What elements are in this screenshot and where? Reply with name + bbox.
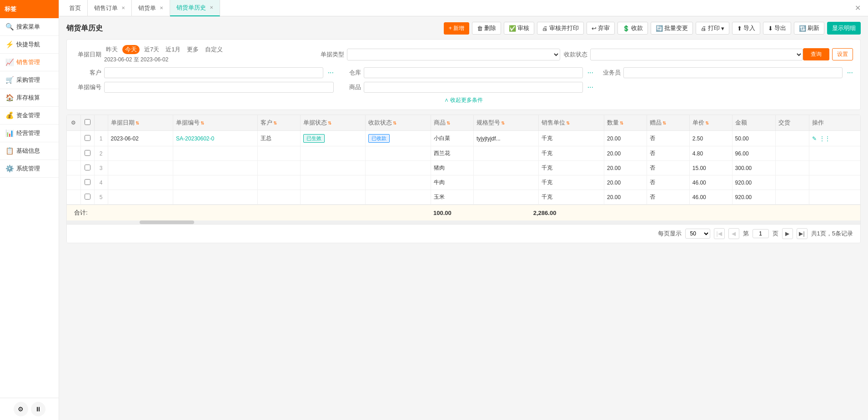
- tab-home[interactable]: 首页: [63, 0, 88, 16]
- tab-sales-order[interactable]: 销售订单 ✕: [88, 0, 132, 16]
- date-yesterday-btn[interactable]: 昨天: [104, 45, 120, 54]
- customer-dots[interactable]: ···: [328, 69, 334, 77]
- th-spec[interactable]: 规格型号⇅: [473, 115, 539, 131]
- row-check-4[interactable]: [85, 194, 90, 200]
- salesperson-dots[interactable]: ···: [847, 69, 853, 77]
- row-actions-2: [809, 161, 860, 175]
- print-button[interactable]: 🖨 打印 ▾: [696, 22, 729, 35]
- sidebar-item-basic-info[interactable]: 📋 基础信息: [0, 142, 59, 160]
- per-page-select[interactable]: 50 100 200: [685, 229, 710, 239]
- query-button[interactable]: 查询: [803, 48, 829, 60]
- warehouse-dots[interactable]: ···: [587, 69, 593, 77]
- row-trade-0: [775, 131, 809, 146]
- tab-close-sales-order[interactable]: ✕: [121, 5, 125, 10]
- horizontal-scrollbar[interactable]: [67, 220, 860, 224]
- tab-bar-close-all[interactable]: ✕: [851, 4, 864, 12]
- page-number-input[interactable]: [753, 229, 769, 238]
- date-range-display: 2023-06-02 至 2023-06-02: [104, 56, 225, 64]
- tab-close-sales-history[interactable]: ✕: [210, 5, 213, 10]
- date-7days-btn[interactable]: 近7天: [142, 45, 161, 54]
- export-button[interactable]: ⬇ 导出: [763, 22, 791, 35]
- th-gear[interactable]: ⚙: [67, 115, 80, 131]
- row-doc-no-4[interactable]: [173, 190, 258, 205]
- row-checkbox-4[interactable]: [80, 190, 94, 205]
- sidebar-settings-button[interactable]: ⚙: [14, 402, 28, 416]
- th-gift[interactable]: 赠品⇅: [647, 115, 689, 131]
- filter-row-1: 单据日期 昨天 今天 近7天 近1月 更多 自定义 2023-06-02 至 2…: [74, 45, 853, 64]
- date-custom-btn[interactable]: 自定义: [203, 45, 225, 54]
- sidebar-item-quick-nav[interactable]: ⚡ 快捷导航: [0, 36, 59, 54]
- sidebar-item-finance-mgmt[interactable]: 💰 资金管理: [0, 107, 59, 125]
- row-checkbox-0[interactable]: [80, 131, 94, 146]
- sidebar-item-ops-mgmt[interactable]: 📊 经营管理: [0, 125, 59, 142]
- th-payment-status[interactable]: 收款状态⇅: [366, 115, 431, 131]
- sidebar-item-inventory-calc[interactable]: 🏠 库存核算: [0, 89, 59, 107]
- th-unit-price[interactable]: 单价⇅: [689, 115, 732, 131]
- show-detail-button[interactable]: 显示明细: [827, 22, 861, 35]
- tab-sales-history[interactable]: 销货单历史 ✕: [170, 0, 220, 16]
- row-doc-no-0[interactable]: SA-20230602-0: [173, 131, 258, 146]
- row-checkbox-2[interactable]: [80, 161, 94, 175]
- goods-input[interactable]: [364, 82, 583, 93]
- last-page-btn[interactable]: ▶|: [797, 228, 808, 239]
- sidebar-item-sales-mgmt[interactable]: 📈 销售管理: [0, 54, 59, 71]
- select-all-checkbox[interactable]: [85, 119, 90, 125]
- collect-button[interactable]: 💲 收款: [617, 22, 648, 35]
- tab-sales-delivery[interactable]: 销货单 ✕: [132, 0, 170, 16]
- row-qty-2: 20.00: [604, 161, 647, 175]
- th-doc-date[interactable]: 单据日期⇅: [108, 115, 173, 131]
- payment-status-select[interactable]: [590, 49, 803, 60]
- sidebar-collapse-button[interactable]: ⏸: [31, 402, 45, 416]
- date-1month-btn[interactable]: 近1月: [164, 45, 182, 54]
- doc-number-input[interactable]: [104, 82, 334, 93]
- doc-type-select[interactable]: [347, 49, 560, 60]
- sidebar-item-sys-mgmt[interactable]: ⚙️ 系统管理: [0, 160, 59, 178]
- scrollbar-thumb[interactable]: [140, 220, 194, 224]
- row-check-0[interactable]: [85, 135, 90, 141]
- batch-change-button[interactable]: 🔄 批量变更: [651, 22, 693, 35]
- table-container: ⚙ 单据日期⇅ 单据编号⇅ 客户⇅ 单据状态⇅: [66, 115, 861, 243]
- date-more-btn[interactable]: 更多: [185, 45, 201, 54]
- goods-dots[interactable]: ···: [587, 83, 593, 91]
- batch-change-icon: 🔄: [656, 25, 663, 32]
- first-page-btn[interactable]: |◀: [714, 228, 725, 239]
- refresh-button[interactable]: 🔃 刷新: [794, 22, 824, 35]
- prev-page-btn[interactable]: ◀: [728, 228, 739, 239]
- sort-payment-status-icon: ⇅: [393, 120, 396, 125]
- sidebar-item-purchase-mgmt[interactable]: 🛒 采购管理: [0, 71, 59, 89]
- th-goods[interactable]: 商品⇅: [431, 115, 474, 131]
- row-doc-no-3[interactable]: [173, 175, 258, 190]
- row-checkbox-3[interactable]: [80, 175, 94, 190]
- date-today-btn[interactable]: 今天: [122, 45, 140, 54]
- delete-button[interactable]: 🗑 删除: [472, 22, 501, 35]
- abandon-button[interactable]: ↩ 弃审: [587, 22, 615, 35]
- audit-print-button[interactable]: 🖨 审核并打印: [537, 22, 584, 35]
- row-payment-status-1: [366, 146, 431, 161]
- settings-button[interactable]: 设置: [832, 48, 853, 60]
- sidebar-item-search-menu[interactable]: 🔍 搜索菜单: [0, 18, 59, 36]
- th-qty[interactable]: 数量⇅: [604, 115, 647, 131]
- row-doc-no-1[interactable]: [173, 146, 258, 161]
- total-info: 共1页，5条记录: [811, 230, 853, 238]
- next-page-btn[interactable]: ▶: [782, 228, 793, 239]
- add-button[interactable]: + 新增: [444, 22, 469, 35]
- row-doc-no-2[interactable]: [173, 161, 258, 175]
- audit-button[interactable]: ✅ 审核: [504, 22, 534, 35]
- filter-collapse-btn[interactable]: ∧ 收起更多条件: [74, 96, 853, 104]
- row-checkbox-1[interactable]: [80, 146, 94, 161]
- tab-close-sales-delivery[interactable]: ✕: [160, 5, 163, 10]
- row-check-3[interactable]: [85, 179, 90, 185]
- import-button[interactable]: ⬆ 导入: [732, 22, 760, 35]
- salesperson-input[interactable]: [623, 67, 843, 78]
- th-sales-unit[interactable]: 销售单位⇅: [539, 115, 604, 131]
- th-doc-no[interactable]: 单据编号⇅: [173, 115, 258, 131]
- table-row: 4牛肉千克20.00否46.00920.00: [67, 175, 860, 190]
- row-check-2[interactable]: [85, 165, 90, 170]
- th-customer[interactable]: 客户⇅: [258, 115, 301, 131]
- action-编辑-0[interactable]: ✎: [812, 135, 817, 142]
- customer-input[interactable]: [104, 67, 323, 78]
- row-check-1[interactable]: [85, 150, 90, 156]
- action-更多-0[interactable]: ⋮⋮: [819, 135, 830, 142]
- th-doc-status[interactable]: 单据状态⇅: [300, 115, 366, 131]
- warehouse-input[interactable]: [364, 67, 583, 78]
